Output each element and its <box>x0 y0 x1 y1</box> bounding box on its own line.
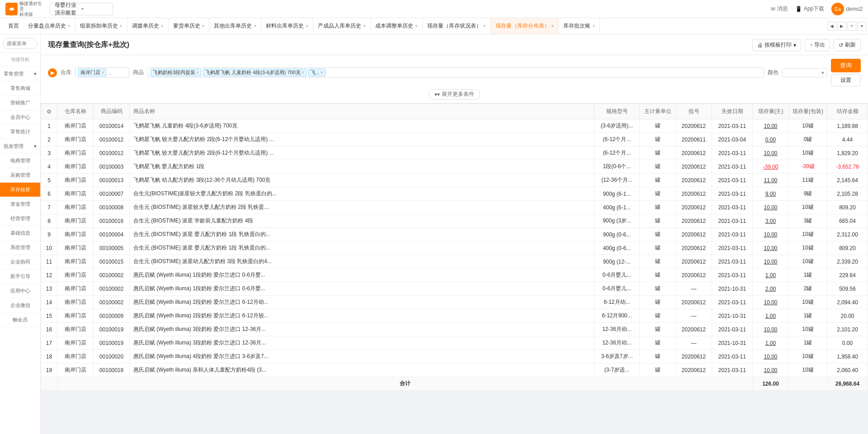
tab-chengpinruku[interactable]: 产成品入库单历史 × <box>313 18 371 34</box>
sidebar-item-enterprise[interactable]: 企业协同 <box>0 255 40 269</box>
row-qty[interactable]: 1.00 <box>753 269 789 282</box>
tab-xiancunliang-fenbu[interactable]: 现存量（库存分布表） × <box>491 18 559 34</box>
close-icon[interactable]: × <box>592 24 595 28</box>
sidebar-item-member2[interactable]: 畅会员 <box>0 313 40 327</box>
sidebar-item-newbie[interactable]: 新手引导 <box>0 269 40 284</box>
row-qty[interactable]: 10.00 <box>753 119 789 133</box>
row-qty[interactable]: 2.00 <box>753 282 789 296</box>
remove-warehouse-tag[interactable]: × <box>101 70 104 75</box>
sidebar-item-retail-shop[interactable]: 零售商城 <box>0 81 40 96</box>
app-download-button[interactable]: 📱 App下载 <box>795 5 824 13</box>
table-row: 9 南岸门店 00100004 合生元 (BIOSTIME) 派星 婴儿配方奶粉… <box>41 228 868 241</box>
export-button[interactable]: ↑ 导出 <box>805 39 830 51</box>
table-row: 10 南岸门店 00100005 合生元 (BIOSTIME) 派星 婴儿配方奶… <box>41 241 868 255</box>
query-button[interactable]: 查询 <box>831 59 861 72</box>
sidebar-item-operations[interactable]: 经营管理 <box>0 212 40 226</box>
sidebar-item-system[interactable]: 系统管理 <box>0 241 40 255</box>
row-qty[interactable]: 10.00 <box>753 255 789 269</box>
color-filter-container[interactable] <box>782 68 827 77</box>
settings-button[interactable]: 设置 <box>831 74 861 86</box>
nav-close-button[interactable]: × <box>847 22 856 31</box>
close-icon[interactable]: × <box>552 24 554 28</box>
row-qty[interactable]: 10.00 <box>753 201 789 214</box>
sidebar-item-retail-manage[interactable]: 零售管理▾ <box>0 67 40 81</box>
remove-product-tag-1[interactable]: × <box>196 70 199 75</box>
tab-chenbendinzheng[interactable]: 成本调整单历史 × <box>371 18 423 34</box>
sidebar-item-purchase[interactable]: 采购管理 <box>0 168 40 183</box>
row-batch: 20200612 <box>676 174 712 187</box>
refresh-button[interactable]: ↺ 刷新 <box>834 39 861 51</box>
user-area[interactable]: Ea demo2 <box>831 3 863 15</box>
row-qty[interactable]: 9.00 <box>753 187 789 201</box>
tab-yaohuo[interactable]: 要货单历史 × <box>169 18 210 34</box>
expand-more-button[interactable]: ▾▾ 展开更多条件 <box>429 89 480 99</box>
row-unit: 罐 <box>640 323 676 336</box>
row-qty[interactable]: -39.00 <box>753 160 789 174</box>
template-print-button[interactable]: 🖨 按模板打印 <box>752 39 801 51</box>
row-qty[interactable]: 10.00 <box>753 228 789 241</box>
warehouse-filter-container[interactable]: 南岸门店 × ... <box>75 67 129 78</box>
print-icon: 🖨 <box>757 42 763 48</box>
sidebar: 快捷导航 零售管理▾ 零售商城 营销推广 会员中心 零售统计 批发管理▾ 电商管… <box>0 34 41 434</box>
sidebar-item-marketing[interactable]: 营销推广 <box>0 96 40 110</box>
system-selector[interactable]: 母婴行业演示账套 <box>50 3 113 15</box>
warehouse-more[interactable]: ... <box>108 70 113 76</box>
close-icon[interactable]: × <box>254 24 256 28</box>
tab-xiancunliang-zhuangtai[interactable]: 现存量（库存状况表） × <box>423 18 491 34</box>
row-qty[interactable]: 3.00 <box>753 214 789 228</box>
close-icon[interactable]: × <box>306 24 308 28</box>
sidebar-item-inventory[interactable]: 库存核算 <box>0 183 40 197</box>
color-dropdown-arrow <box>821 70 824 76</box>
remove-product-tag-2[interactable]: × <box>302 70 304 75</box>
close-icon[interactable]: × <box>415 24 418 28</box>
close-icon[interactable]: × <box>363 24 366 28</box>
tab-fenliang[interactable]: 分量盘点单历史 × <box>24 18 75 34</box>
sidebar-item-wechat[interactable]: 企业微信 <box>0 298 40 313</box>
tab-zuzhuang[interactable]: 组装拆卸单历史 × <box>75 18 127 34</box>
close-icon[interactable]: × <box>483 24 486 28</box>
tab-qitachuku[interactable]: 其他出库单历史 × <box>209 18 261 34</box>
tab-home[interactable]: 首页 <box>4 18 24 34</box>
close-icon[interactable]: × <box>202 24 205 28</box>
messages-button[interactable]: ✉ 消息 <box>771 5 788 13</box>
sidebar-item-wholesale[interactable]: 批发管理▾ <box>0 139 40 154</box>
table-container[interactable]: ⚙ 仓库名称 商品编码 商品名称 规格型号 主计量单位 批号 失效日期 现存量(… <box>41 104 868 434</box>
sidebar-item-ecommerce[interactable]: 电商管理 <box>0 154 40 168</box>
close-icon[interactable]: × <box>68 24 71 28</box>
row-qty[interactable]: 1.00 <box>753 336 789 350</box>
product-filter-container[interactable]: 飞鹤奶粉3段丙提装 × 飞鹤星飞帆 儿童奶粉 4段(3-6岁适用) 700克 ×… <box>147 67 764 78</box>
row-qty[interactable]: 10.00 <box>753 146 789 160</box>
row-qty[interactable]: 0.00 <box>753 133 789 146</box>
row-qty[interactable]: 10.00 <box>753 323 789 336</box>
row-unit: 罐 <box>640 119 676 133</box>
remove-product-tag-3[interactable]: × <box>321 70 323 75</box>
tab-diaobode[interactable]: 调拨单历史 × <box>127 18 169 34</box>
nav-next-button[interactable]: ▶ <box>837 22 846 31</box>
sidebar-item-finance[interactable]: 资金管理 <box>0 197 40 212</box>
sidebar-item-retail-stats[interactable]: 零售统计 <box>0 125 40 139</box>
close-icon[interactable]: × <box>120 24 123 28</box>
row-expire: 2021-03-11 <box>712 119 753 133</box>
row-qty[interactable]: 10.00 <box>753 363 789 377</box>
row-qty[interactable]: 11.00 <box>753 174 789 187</box>
row-qty[interactable]: 10.00 <box>753 296 789 309</box>
search-input[interactable] <box>3 38 38 49</box>
row-qty[interactable]: 10.00 <box>753 241 789 255</box>
table-row: 17 南岸门店 00100019 惠氏启赋 (Wyeth illuma) 3段奶… <box>41 336 868 350</box>
row-name: 惠氏启赋 (Wyeth illuma) 1段奶粉 爱尔兰进口 0-6月婴... <box>130 282 594 296</box>
row-spec: 400g (0-6... <box>594 241 640 255</box>
sidebar-item-member[interactable]: 会员中心 <box>0 110 40 125</box>
col-settings-icon[interactable]: ⚙ <box>41 104 57 119</box>
nav-prev-button[interactable]: ◀ <box>827 22 836 31</box>
row-qty[interactable]: 1.00 <box>753 309 789 323</box>
close-icon[interactable]: × <box>161 24 164 28</box>
product-tag-1: 飞鹤奶粉3段丙提装 × <box>151 69 201 76</box>
tab-kucun-pizhizhang[interactable]: 库存批次账 × <box>559 18 600 34</box>
nav-dropdown-button[interactable]: ▾ <box>857 22 866 31</box>
filter-expand-button[interactable]: ▶ <box>48 68 57 77</box>
row-batch: 20200612 <box>676 214 712 228</box>
sidebar-item-basics[interactable]: 基础信息 <box>0 226 40 241</box>
tab-cailiaochuku[interactable]: 材料出库单历史 × <box>261 18 313 34</box>
row-qty[interactable]: 10.00 <box>753 350 789 363</box>
sidebar-item-apps[interactable]: 应用中心 <box>0 284 40 298</box>
